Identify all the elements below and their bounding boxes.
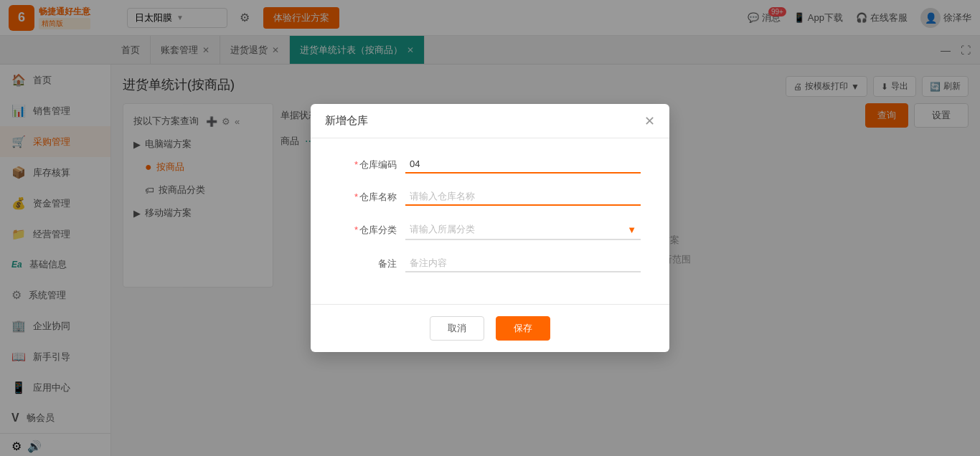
save-button[interactable]: 保存 bbox=[496, 316, 550, 341]
category-placeholder: 请输入所属分类 bbox=[410, 223, 475, 236]
form-row-category: 仓库分类 请输入所属分类 ▼ bbox=[339, 220, 641, 240]
code-input[interactable] bbox=[405, 156, 641, 174]
category-chevron-icon: ▼ bbox=[627, 224, 636, 235]
name-input[interactable] bbox=[405, 188, 641, 206]
form-row-remark: 备注 bbox=[339, 255, 641, 272]
category-select[interactable]: 请输入所属分类 ▼ bbox=[405, 220, 641, 240]
form-row-code: 仓库编码 bbox=[339, 156, 641, 174]
modal-overlay[interactable]: 新增仓库 ✕ 仓库编码 仓库名称 仓库分类 请输入所属分类 ▼ bbox=[0, 0, 980, 456]
modal-header: 新增仓库 ✕ bbox=[311, 104, 669, 138]
form-row-name: 仓库名称 bbox=[339, 188, 641, 206]
cancel-button[interactable]: 取消 bbox=[430, 316, 484, 341]
modal-new-warehouse: 新增仓库 ✕ 仓库编码 仓库名称 仓库分类 请输入所属分类 ▼ bbox=[311, 104, 669, 352]
category-label: 仓库分类 bbox=[339, 224, 397, 237]
modal-close-icon[interactable]: ✕ bbox=[644, 115, 655, 128]
remark-label: 备注 bbox=[339, 257, 397, 270]
modal-title: 新增仓库 bbox=[325, 114, 368, 128]
modal-body: 仓库编码 仓库名称 仓库分类 请输入所属分类 ▼ 备注 bbox=[311, 138, 669, 304]
name-label: 仓库名称 bbox=[339, 191, 397, 204]
remark-input[interactable] bbox=[405, 255, 641, 272]
code-label: 仓库编码 bbox=[339, 158, 397, 171]
modal-footer: 取消 保存 bbox=[311, 304, 669, 352]
